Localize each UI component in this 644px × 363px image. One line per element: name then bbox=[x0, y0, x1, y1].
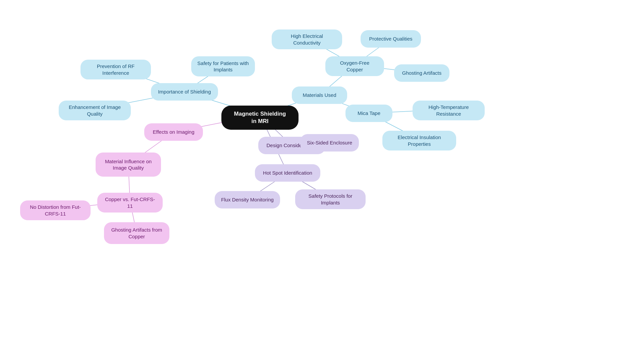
node-material_influence[interactable]: Material Influence on Image Quality bbox=[96, 153, 161, 177]
node-hot_spot[interactable]: Hot Spot Identification bbox=[255, 164, 320, 182]
node-high_temp_resistance[interactable]: High-Temperature Resistance bbox=[413, 101, 485, 120]
node-copper_vs_fut[interactable]: Copper vs. Fut-CRFS-11 bbox=[97, 193, 163, 213]
node-ghosting_artifacts_mat[interactable]: Ghosting Artifacts bbox=[394, 64, 449, 82]
node-importance_of_shielding[interactable]: Importance of Shielding bbox=[151, 83, 218, 101]
node-high_elec_conductivity[interactable]: High Electrical Conductivity bbox=[272, 29, 342, 49]
node-six_sided_enclosure[interactable]: Six-Sided Enclosure bbox=[300, 134, 359, 152]
mindmap-canvas: Magnetic Shielding in MRIImportance of S… bbox=[0, 0, 644, 363]
node-no_distortion[interactable]: No Distortion from Fut-CRFS-11 bbox=[20, 200, 91, 220]
node-safety_protocols[interactable]: Safety Protocols for Implants bbox=[295, 189, 366, 209]
node-mica_tape[interactable]: Mica Tape bbox=[345, 105, 392, 122]
node-center[interactable]: Magnetic Shielding in MRI bbox=[221, 106, 299, 130]
node-oxygen_free_copper[interactable]: Oxygen-Free Copper bbox=[325, 56, 384, 76]
node-safety_patients[interactable]: Safety for Patients with Implants bbox=[191, 56, 255, 76]
node-protective_qualities[interactable]: Protective Qualities bbox=[361, 30, 421, 48]
node-flux_density[interactable]: Flux Density Monitoring bbox=[215, 191, 280, 208]
node-elec_insulation[interactable]: Electrical Insulation Properties bbox=[382, 131, 456, 150]
node-materials_used[interactable]: Materials Used bbox=[292, 86, 347, 104]
node-effects_on_imaging[interactable]: Effects on Imaging bbox=[144, 123, 203, 141]
connections-svg bbox=[0, 0, 644, 363]
node-prevention_rf[interactable]: Prevention of RF Interference bbox=[80, 60, 151, 79]
node-enhancement_image[interactable]: Enhancement of Image Quality bbox=[59, 101, 131, 120]
node-ghosting_copper[interactable]: Ghosting Artifacts from Copper bbox=[104, 222, 169, 244]
